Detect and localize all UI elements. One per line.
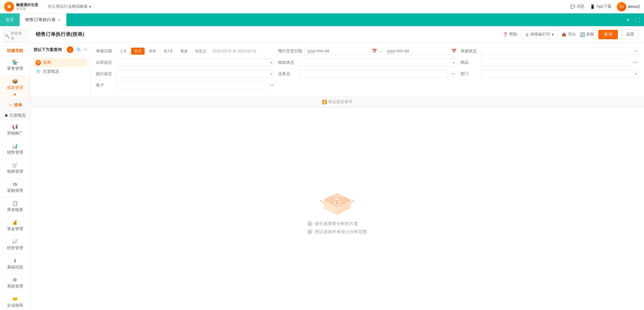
tab-expand-icon[interactable]: ⛶	[634, 16, 641, 24]
ecommerce-icon: 🛒	[12, 162, 18, 168]
execution-select[interactable]	[116, 70, 274, 78]
goods-more-icon[interactable]: ···	[632, 60, 639, 65]
sidebar-shortcut[interactable]: 快捷导航	[0, 46, 30, 56]
print-button[interactable]: 🖨 按模板打印 ▾	[521, 30, 557, 39]
message-icon: 💬	[570, 4, 575, 9]
content-area: 销售订单执行表(按单) ❓ 帮助 🖨 按模板打印 ▾ 📤 导出 🔄 刷新	[30, 26, 644, 310]
export-icon: 📤	[561, 32, 567, 37]
customer-input[interactable]	[116, 81, 266, 89]
breadcrumb[interactable]: 办公用品行业模拟账套 ▾	[48, 4, 91, 9]
department-select[interactable]	[481, 70, 639, 78]
page-title: 销售订单执行表(按单)	[36, 31, 84, 38]
sidebar-item-finance[interactable]: 💰 资金管理	[0, 216, 30, 236]
calendar-end-icon[interactable]: 📅	[451, 49, 457, 53]
date-tab-this-year[interactable]: 本年	[146, 48, 159, 55]
payment-select[interactable]	[299, 58, 456, 66]
sidebar-item-sales[interactable]: 📊 销售管理	[0, 140, 30, 159]
department-label: 部门	[461, 71, 479, 77]
chevron-icon: ▲	[13, 92, 17, 96]
tab-home[interactable]: 首页	[0, 13, 20, 26]
date-tabs: 上月 本月 本年 近7天 更多 自定义	[116, 48, 209, 55]
add-scheme-button[interactable]: ＋	[67, 46, 73, 53]
tab-minimize-icon[interactable]: ✕	[625, 16, 631, 24]
search-button[interactable]: 🔍 搜索菜单	[3, 29, 27, 43]
filter-group-goods: 商品 ···	[461, 58, 639, 66]
help-button[interactable]: ❓ 帮助	[503, 32, 517, 37]
doc-status-select[interactable]	[481, 47, 639, 55]
chevron-down-icon: ▾	[89, 4, 91, 9]
date-tab-7days[interactable]: 近7天	[161, 48, 176, 55]
svg-line-8	[351, 200, 354, 203]
scheme-item-欠货情况[interactable]: 欠 欠货情况	[34, 67, 87, 76]
date-tab-last-month[interactable]: 上月	[116, 48, 130, 55]
empty-tip-2: 2 用过滤条件来缩小分析范围	[307, 229, 367, 235]
filter-row-1: 单据日期 上月 本月 本年 近7天 更多 自定义 2023-03-01 至 20…	[96, 47, 639, 55]
tab-close-icon[interactable]: ✕	[58, 18, 61, 22]
print-icon: 🖨	[525, 32, 529, 37]
basic-icon: ℹ	[14, 258, 16, 263]
expected-date-start[interactable]	[304, 47, 370, 55]
filter-row-4: 客户 ···	[96, 81, 639, 89]
collapse-icon: ⏫	[322, 100, 327, 104]
collapse-scheme-button[interactable]: «	[84, 46, 87, 53]
date-tab-this-month[interactable]: 本月	[131, 48, 145, 55]
calendar-start-icon[interactable]: 📅	[372, 49, 377, 53]
scheme-actions: ＋ ✎ «	[67, 46, 87, 53]
edit-scheme-button[interactable]: ✎	[75, 46, 82, 53]
app-download-button[interactable]: 📱 App下载	[590, 4, 611, 9]
sidebar-item-basic[interactable]: ℹ 基础信息	[0, 255, 30, 274]
sidebar-item-ecommerce[interactable]: 🛒 电商管理	[0, 159, 30, 178]
filter-row-3: 执行状态 业务员 ···	[96, 70, 639, 78]
export-button[interactable]: 📤 导出	[561, 32, 576, 37]
sidebar-item-management[interactable]: 📈 经营管理	[0, 236, 30, 255]
salesperson-input[interactable]	[299, 70, 448, 78]
date-tab-more[interactable]: 更多	[177, 48, 191, 55]
filter-group-doc-status: 单据状态	[461, 47, 639, 55]
message-button[interactable]: 💬 消息	[570, 4, 585, 9]
filter-row-2: 出库状态 收款状态	[96, 58, 639, 66]
purchase-icon: 🛍	[13, 182, 17, 187]
svg-point-6	[338, 201, 339, 202]
system-icon: ⚙	[13, 277, 17, 282]
logo-icon: 畅	[4, 2, 14, 12]
data-area: 1 请先选择要分析的方案 2 用过滤条件来缩小分析范围	[30, 108, 644, 310]
empty-illustration	[317, 183, 357, 217]
enterprise-icon: 🤝	[12, 296, 18, 302]
avatar: Ea	[617, 2, 626, 11]
user-menu[interactable]: Ea demo2	[617, 2, 640, 11]
execution-label: 执行状态	[96, 71, 114, 77]
query-button[interactable]: 查询	[598, 30, 618, 39]
goods-input[interactable]	[481, 58, 630, 66]
sidebar-subitem-欠货情况[interactable]: ⏺ 欠货情况	[0, 110, 30, 121]
scheme-dot2-icon: 欠	[36, 69, 41, 74]
inventory-icon: 📋	[12, 201, 18, 206]
sidebar-item-inventory[interactable]: 📋 库存核算	[0, 197, 30, 216]
filter-group-customer: 客户 ···	[96, 81, 275, 89]
sidebar-subitem-按单[interactable]: 🔸 按单	[0, 100, 30, 110]
scheme-item-按单[interactable]: 按 按单	[34, 58, 87, 67]
sidebar-item-system[interactable]: ⚙ 系统管理	[0, 274, 30, 293]
help-icon: ❓	[503, 32, 508, 37]
sidebar-item-retail[interactable]: 🏪 零售管理	[0, 56, 30, 75]
retail-icon: 🏪	[12, 59, 18, 65]
collapse-bar[interactable]: ⏫ 收起更多条件	[30, 97, 644, 107]
customer-more-icon[interactable]: ···	[268, 83, 275, 88]
main-layout: 🔍 搜索菜单 快捷导航 🏪 零售管理 📦 批发管理 ▲ 🔸 按单 ⏺ 欠货情况 …	[0, 26, 644, 310]
sidebar-item-marketing[interactable]: 📢 营销推广	[0, 121, 30, 140]
sidebar-item-purchase[interactable]: 🛍 采购管理	[0, 178, 30, 197]
download-icon: 📱	[590, 4, 595, 9]
tab-sales-order[interactable]: 销售订单执行表 ✕	[20, 13, 66, 26]
date-tab-custom[interactable]: 自定义	[192, 48, 209, 55]
scheme-dot-icon: 按	[36, 60, 41, 65]
sidebar-item-wholesale[interactable]: 📦 批发管理 ▲	[0, 75, 30, 100]
filter-group-delivery: 出库状态	[96, 58, 274, 66]
expected-date-end[interactable]	[384, 47, 450, 55]
sidebar-item-enterprise[interactable]: 🤝 企业协同	[0, 293, 30, 310]
salesperson-more-icon[interactable]: ···	[450, 71, 457, 76]
empty-tip-1: 1 请先选择要分析的方案	[307, 221, 367, 227]
settings-button[interactable]: 设置	[622, 30, 639, 39]
logo-area[interactable]: 畅 畅捷通好生意 标准版	[4, 2, 38, 12]
refresh-button[interactable]: 🔄 刷新	[580, 32, 594, 37]
filter-group-date: 单据日期 上月 本月 本年 近7天 更多 自定义 2023-03-01 至 20…	[96, 48, 274, 55]
delivery-select[interactable]	[116, 58, 274, 66]
